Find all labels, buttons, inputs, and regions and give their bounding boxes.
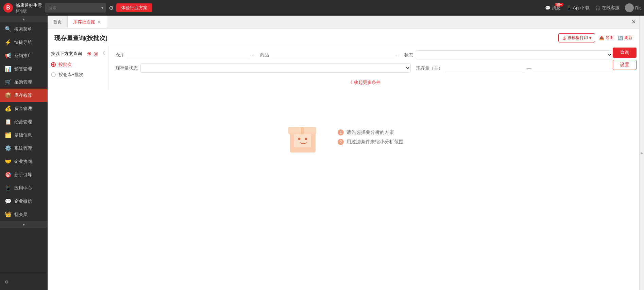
page-title: 现存量查询(按批次) <box>54 34 107 42</box>
query-button[interactable]: 查询 <box>613 48 637 58</box>
goods-label: 商品 <box>260 52 269 58</box>
sidebar-item-sales[interactable]: 📊 销售管理 <box>0 62 48 75</box>
trial-button[interactable]: 体验行业方案 <box>116 3 152 12</box>
empty-svg-icon <box>283 117 324 158</box>
sidebar-item-basics[interactable]: 🗂️ 基础信息 <box>0 128 48 142</box>
filter-sidebar-title: 按以下方案查询 ⊕ ◎ 《 <box>48 50 108 59</box>
filter-option-by-warehouse-batch[interactable]: 按仓库+批次 <box>48 70 108 80</box>
tab-bar: 首页 库存批次账 ✕ ✕ <box>48 16 639 29</box>
search-wrap[interactable]: ▾ <box>45 3 106 13</box>
collapse-up-icon: 《 <box>348 79 353 86</box>
print-icon: 🖨 <box>562 36 566 40</box>
status-select[interactable] <box>416 50 613 59</box>
export-icon: 📤 <box>599 36 604 40</box>
basics-icon: 🗂️ <box>5 132 12 138</box>
filter-radio-by-batch <box>51 62 56 67</box>
sidebar-label-cooperation: 企业协同 <box>14 159 32 165</box>
filter-collapse-button[interactable]: 《 <box>100 50 105 57</box>
guide-icon: 🎯 <box>5 171 12 178</box>
collapse-label: 收起更多条件 <box>354 79 380 86</box>
filter-row-1: 仓库 ··· 商品 ··· <box>116 50 613 59</box>
stock-quantity-field: 现存量（主） — <box>416 64 613 72</box>
tab-extra-close-icon[interactable]: ✕ <box>631 19 636 25</box>
tab-inventory-batch-label: 库存批次账 <box>73 19 95 25</box>
messages-item[interactable]: 💬 消息 99+ <box>545 5 561 11</box>
empty-hint-2: 2 用过滤条件来缩小分析范围 <box>338 139 404 145</box>
app-name: 畅康通好生意 <box>16 2 42 8</box>
warehouse-input[interactable] <box>127 51 250 59</box>
tab-close-icon[interactable]: ✕ <box>97 19 101 25</box>
refresh-button[interactable]: 🔄 刷新 <box>618 35 632 41</box>
gear-icon[interactable]: ⚙ <box>109 5 114 11</box>
purchase-icon: 🛒 <box>5 79 12 85</box>
inventory-icon: 📦 <box>5 92 12 98</box>
hint-num-2: 2 <box>338 139 344 145</box>
print-label: 按模板打印 <box>567 35 588 41</box>
sidebar-item-wechat[interactable]: 💬 企业微信 <box>0 195 48 208</box>
sidebar-item-quick-nav[interactable]: ⚡ 快捷导航 <box>0 36 48 49</box>
app-download-item[interactable]: 📱 App下载 <box>566 5 590 11</box>
tab-home-label: 首页 <box>53 19 62 25</box>
warehouse-more-icon[interactable]: ··· <box>250 52 254 58</box>
stock-qty-max-input[interactable] <box>533 64 613 72</box>
tab-home[interactable]: 首页 <box>48 16 68 28</box>
goods-input[interactable] <box>272 51 394 59</box>
empty-state: 1 请先选择要分析的方案 2 用过滤条件来缩小分析范围 <box>48 90 639 185</box>
cooperation-icon: 🤝 <box>5 158 12 165</box>
stock-status-select[interactable] <box>140 64 411 73</box>
sidebar-item-inventory[interactable]: 📦 库存核算 <box>0 89 48 102</box>
status-field: 状态 <box>404 50 613 59</box>
stock-quantity-label: 现存量（主） <box>416 65 443 71</box>
sidebar-label-purchase: 采购管理 <box>14 79 32 85</box>
sidebar-label-guide: 新手引导 <box>14 172 32 178</box>
stock-status-label: 现存量状态 <box>116 65 138 71</box>
app-version: 标准版 <box>16 8 42 14</box>
empty-state-inner: 1 请先选择要分析的方案 2 用过滤条件来缩小分析范围 <box>283 117 404 158</box>
filter-option-by-batch[interactable]: 按批次 <box>48 59 108 70</box>
filter-fields-and-btns: 仓库 ··· 商品 ··· <box>109 46 639 90</box>
app-logo: B <box>3 3 13 13</box>
sidebar: ▲ 🔍 搜索菜单 ⚡ 快捷导航 📢 营销推广 📊 销售管理 🛒 采购管理 📦 库… <box>0 16 48 290</box>
sidebar-item-operation[interactable]: 📋 经营管理 <box>0 115 48 128</box>
action-buttons: 查询 设置 <box>613 46 639 70</box>
stock-status-field: 现存量状态 <box>116 64 411 73</box>
tab-inventory-batch[interactable]: 库存批次账 ✕ <box>68 16 107 28</box>
hint-text-2: 用过滤条件来缩小分析范围 <box>346 139 404 145</box>
page-content: 现存量查询(按批次) 🖨 按模板打印 ▾ 📤 导出 🔄 刷新 <box>48 29 639 290</box>
export-button[interactable]: 📤 导出 <box>599 35 614 41</box>
sidebar-item-search-menu[interactable]: 🔍 搜索菜单 <box>0 22 48 36</box>
sidebar-scroll-down[interactable]: ▼ <box>0 221 48 228</box>
search-input[interactable] <box>45 3 106 13</box>
settings-button[interactable]: 设置 <box>613 60 637 70</box>
main-layout: ▲ 🔍 搜索菜单 ⚡ 快捷导航 📢 营销推广 📊 销售管理 🛒 采购管理 📦 库… <box>0 16 644 290</box>
svg-point-3 <box>298 138 301 140</box>
sidebar-item-member[interactable]: 👑 畅会员 <box>0 208 48 221</box>
sidebar-item-apps[interactable]: 📱 应用中心 <box>0 181 48 195</box>
sidebar-scroll-up[interactable]: ▲ <box>0 16 48 22</box>
sidebar-label-finance: 资金管理 <box>14 106 32 112</box>
search-icon: 🔍 <box>5 26 12 32</box>
goods-more-icon[interactable]: ··· <box>394 52 399 58</box>
filter-setting-button[interactable]: ◎ <box>94 50 98 57</box>
system-icon: ⚙️ <box>5 145 12 151</box>
sidebar-item-finance[interactable]: 💰 资金管理 <box>0 102 48 115</box>
sidebar-label-operation: 经营管理 <box>14 119 32 125</box>
filter-collapse-row[interactable]: 《 收起更多条件 <box>116 77 613 88</box>
sidebar-settings-item[interactable]: ⚙ <box>0 277 48 287</box>
sidebar-item-system[interactable]: ⚙️ 系统管理 <box>0 142 48 155</box>
member-icon: 👑 <box>5 211 12 218</box>
sidebar-item-purchase[interactable]: 🛒 采购管理 <box>0 75 48 89</box>
stock-qty-min-input[interactable] <box>445 64 525 72</box>
marketing-icon: 📢 <box>5 52 12 59</box>
user-item[interactable]: Rit <box>625 3 641 12</box>
sidebar-item-marketing[interactable]: 📢 营销推广 <box>0 49 48 62</box>
print-button[interactable]: 🖨 按模板打印 ▾ <box>558 33 595 42</box>
export-label: 导出 <box>606 35 614 41</box>
messages-badge: 99+ <box>555 3 563 6</box>
sidebar-item-cooperation[interactable]: 🤝 企业协同 <box>0 155 48 168</box>
filter-row-2: 现存量状态 现存量（主） <box>116 64 613 73</box>
filter-add-button[interactable]: ⊕ <box>87 50 91 57</box>
apps-icon: 📱 <box>5 185 12 191</box>
sidebar-item-guide[interactable]: 🎯 新手引导 <box>0 168 48 181</box>
online-service-item[interactable]: 🎧 在线客服 <box>595 5 620 11</box>
